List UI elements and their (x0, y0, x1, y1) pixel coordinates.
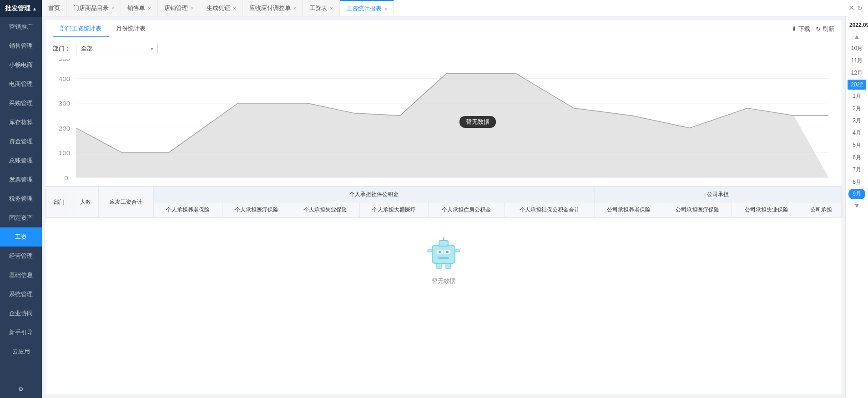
svg-rect-18 (439, 241, 448, 246)
sidebar-item-新手引导[interactable]: 新手引导 (0, 323, 42, 342)
tab-label: 工资统计报表 (346, 5, 382, 13)
refresh-icon: ↻ (857, 5, 863, 12)
refresh-button[interactable]: ↻ 刷新 (816, 25, 834, 33)
timeline-jan[interactable]: 1月 (846, 91, 868, 102)
sidebar-item-发票管理[interactable]: 发票管理 (0, 170, 42, 189)
sidebar-item-库存核算[interactable]: 库存核算 (0, 113, 42, 132)
sidebar: 批发管理 ▲ 营销推广销售管理小畅电商电商管理采购管理库存核算资金管理总账管理发… (0, 0, 42, 398)
svg-rect-24 (446, 263, 450, 269)
sub-tab-actions: ⬇ 下载 ↻ 刷新 (792, 25, 834, 33)
tab-门店商品目录[interactable]: 门店商品目录× (67, 0, 121, 16)
tab-label: 店铺管理 (164, 4, 188, 12)
timeline-mar[interactable]: 3月 (846, 115, 868, 126)
dept-select-wrap: 全部 (76, 43, 158, 54)
tab-label: 工资表 (309, 4, 327, 12)
sidebar-item-销售管理[interactable]: 销售管理 (0, 36, 42, 55)
sidebar-item-系统管理[interactable]: 系统管理 (0, 285, 42, 304)
tab-close-icon[interactable]: × (233, 5, 236, 11)
empty-icon (425, 236, 462, 272)
th-company-group: 公司承担 (594, 187, 841, 202)
svg-point-16 (446, 251, 449, 253)
tab-close-icon[interactable]: × (148, 5, 151, 11)
sub-tab-bar: 部门工资统计表月份统计表 ⬇ 下载 ↻ 刷新 (45, 20, 842, 38)
sidebar-item-固定资产[interactable]: 固定资产 (0, 208, 42, 227)
sidebar-item-经营管理[interactable]: 经营管理 (0, 247, 42, 266)
tab-bar-close[interactable]: ✕ ↻ (843, 4, 868, 12)
sidebar-item-采购管理[interactable]: 采购管理 (0, 94, 42, 113)
empty-text: 暂无数据 (432, 277, 455, 285)
th-personal-major-medical: 个人承担大额医疗 (360, 202, 429, 218)
sidebar-item-企业协同[interactable]: 企业协同 (0, 304, 42, 323)
svg-point-15 (439, 251, 441, 253)
tab-close-icon[interactable]: × (293, 5, 296, 11)
svg-point-20 (443, 237, 444, 239)
timeline-nov[interactable]: 11月 (846, 55, 868, 66)
timeline-may[interactable]: 5月 (846, 140, 868, 151)
tab-label: 应收应付调整单 (249, 4, 291, 12)
timeline-up-nav[interactable]: ▲ (852, 31, 862, 42)
gear-icon: ⚙ (18, 386, 24, 393)
sidebar-item-小畅电商[interactable]: 小畅电商 (0, 55, 42, 75)
sidebar-header[interactable]: 批发管理 ▲ (0, 0, 42, 17)
sidebar-item-营销推广[interactable]: 营销推广 (0, 17, 42, 36)
svg-text:200: 200 (59, 125, 71, 132)
tab-close-icon[interactable]: × (111, 5, 114, 11)
timeline-feb[interactable]: 2月 (846, 103, 868, 114)
th-count: 人数 (72, 187, 99, 218)
data-table: 部门 人数 应发工资合计 个人承担社保公积金 公司承担 个人承担养老保险 个人承… (45, 186, 842, 303)
tab-label: 生成凭证 (207, 4, 230, 12)
sidebar-item-税务管理[interactable]: 税务管理 (0, 189, 42, 208)
tab-bar: 首页门店商品目录×销售单×店铺管理×生成凭证×应收应付调整单×工资表×工资统计报… (42, 0, 868, 16)
timeline-year-2022[interactable]: 2022 (848, 80, 866, 90)
tab-工资统计报表[interactable]: 工资统计报表× (340, 0, 394, 16)
tab-应收应付调整单[interactable]: 应收应付调整单× (243, 0, 303, 16)
subtab-月份统计表[interactable]: 月份统计表 (109, 21, 153, 37)
sidebar-item-基础信息[interactable]: 基础信息 (0, 266, 42, 285)
sidebar-item-资金管理[interactable]: 资金管理 (0, 132, 42, 151)
svg-rect-12 (432, 245, 455, 263)
sidebar-item-工资[interactable]: 工资 (0, 227, 42, 247)
main-area: 首页门店商品目录×销售单×店铺管理×生成凭证×应收应付调整单×工资表×工资统计报… (42, 0, 868, 398)
th-company-unemployment: 公司承担失业保险 (732, 202, 801, 218)
svg-text:100: 100 (59, 150, 71, 156)
subtab-部门工资统计表[interactable]: 部门工资统计表 (53, 21, 109, 37)
timeline-aug[interactable]: 8月 (846, 176, 868, 188)
sidebar-item-总账管理[interactable]: 总账管理 (0, 151, 42, 170)
tab-销售单[interactable]: 销售单× (121, 0, 157, 16)
tab-close-icon[interactable]: × (384, 6, 387, 11)
settings-button[interactable]: ⚙ (0, 380, 42, 398)
timeline-sep[interactable]: 9月 (848, 189, 865, 199)
th-personal-housing: 个人承担住房公积金 (429, 202, 505, 218)
sidebar-item-云应用[interactable]: 云应用 (0, 342, 42, 361)
th-personal-unemployment: 个人承担失业保险 (291, 202, 360, 218)
timeline-oct[interactable]: 10月 (846, 43, 868, 54)
chart-svg: 0 100 200 300 400 500 (53, 59, 834, 182)
download-icon: ⬇ (792, 25, 797, 32)
sidebar-item-电商管理[interactable]: 电商管理 (0, 75, 42, 94)
tab-close-icon[interactable]: × (330, 5, 333, 11)
table-area[interactable]: 部门 人数 应发工资合计 个人承担社保公积金 公司承担 个人承担养老保险 个人承… (45, 186, 842, 394)
tab-生成凭证[interactable]: 生成凭证× (200, 0, 242, 16)
timeline-jul[interactable]: 7月 (846, 164, 868, 176)
dept-filter-label: 部门： (53, 45, 71, 53)
svg-rect-17 (438, 257, 449, 259)
th-dept: 部门 (46, 187, 72, 218)
th-company-medical: 公司承担医疗保险 (663, 202, 732, 218)
tab-首页[interactable]: 首页 (42, 0, 67, 16)
tab-close-icon[interactable]: × (191, 5, 193, 11)
empty-row: 暂无数据 (46, 218, 842, 304)
th-personal-total: 个人承担社保公积金合计 (505, 202, 595, 218)
timeline-jun[interactable]: 6月 (846, 152, 868, 163)
tab-店铺管理[interactable]: 店铺管理× (158, 0, 200, 16)
download-button[interactable]: ⬇ 下载 (792, 25, 810, 33)
tab-工资表[interactable]: 工资表× (303, 0, 339, 16)
th-personal-group: 个人承担社保公积金 (153, 187, 594, 202)
dept-select[interactable]: 全部 (76, 43, 158, 54)
svg-marker-11 (76, 74, 828, 177)
timeline-dec[interactable]: 12月 (846, 67, 868, 79)
sidebar-collapse-icon: ▲ (32, 6, 37, 11)
empty-state: 暂无数据 (46, 218, 842, 303)
svg-text:500: 500 (59, 59, 71, 62)
timeline-down-nav[interactable]: ▼ (852, 200, 862, 211)
timeline-apr[interactable]: 4月 (846, 127, 868, 139)
